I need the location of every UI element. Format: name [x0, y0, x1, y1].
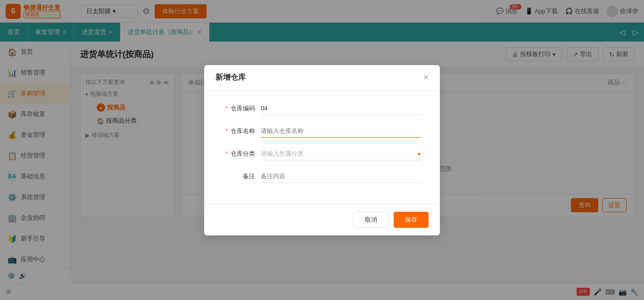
warehouse-category-wrapper: 请输入所属分类 ▾ [261, 147, 421, 160]
dialog-header: 新增仓库 × [204, 65, 440, 91]
category-dropdown-icon: ▾ [418, 150, 421, 157]
warehouse-name-label: * 仓库名称 [223, 127, 261, 135]
warehouse-name-input[interactable] [261, 125, 421, 138]
required-mark3: * [225, 150, 228, 157]
dialog-overlay: 新增仓库 × * 仓库编码 * 仓库名称 [0, 0, 644, 300]
warehouse-code-row: * 仓库编码 [223, 102, 421, 115]
warehouse-note-row: 备注 [223, 170, 421, 183]
warehouse-code-label: * 仓库编码 [223, 104, 261, 113]
warehouse-name-row: * 仓库名称 [223, 125, 421, 138]
required-mark: * [225, 105, 228, 112]
dialog-body: * 仓库编码 * 仓库名称 * 仓库分类 [204, 91, 440, 204]
save-button[interactable]: 保存 [394, 212, 429, 228]
new-warehouse-dialog: 新增仓库 × * 仓库编码 * 仓库名称 [204, 65, 440, 235]
cancel-button[interactable]: 取消 [353, 212, 389, 228]
warehouse-category-row: * 仓库分类 请输入所属分类 ▾ [223, 147, 421, 160]
warehouse-category-label: * 仓库分类 [223, 150, 261, 158]
dialog-footer: 取消 保存 [204, 204, 440, 235]
required-mark2: * [225, 127, 228, 134]
warehouse-category-select[interactable]: 请输入所属分类 [261, 147, 421, 160]
dialog-title: 新增仓库 [215, 73, 246, 83]
warehouse-note-label: 备注 [223, 172, 261, 181]
warehouse-code-input[interactable] [261, 102, 421, 115]
dialog-close-button[interactable]: × [423, 73, 429, 83]
warehouse-note-input[interactable] [261, 170, 421, 183]
